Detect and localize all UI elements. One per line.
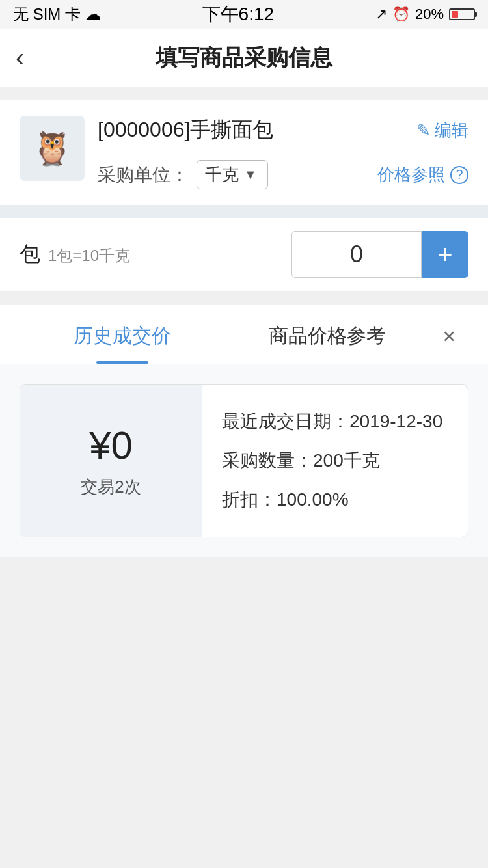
page-title: 填写商品采购信息 <box>156 43 332 73</box>
nav-bar: ‹ 填写商品采购信息 <box>0 29 488 87</box>
section-divider <box>0 205 488 218</box>
tab-history-price[interactable]: 历史成交价 <box>20 305 224 364</box>
edit-icon: ✎ <box>416 120 431 141</box>
quantity-conversion-text: 1包=10千克 <box>48 245 130 266</box>
recent-date-value: 2019-12-30 <box>349 411 442 431</box>
history-price-content: ¥0 交易2次 最近成交日期：2019-12-30 采购数量：200千克 折扣：… <box>0 364 488 557</box>
price-transactions: 交易2次 <box>81 476 141 498</box>
tab-close-button[interactable]: × <box>429 305 468 363</box>
unit-label-text: 采购单位： <box>98 163 189 187</box>
quantity-input[interactable]: 0 <box>291 231 422 278</box>
product-top-row: [0000006]手撕面包 ✎ 编辑 <box>98 116 468 144</box>
product-section: 🦉 [0000006]手撕面包 ✎ 编辑 采购单位： 千克 ▼ <box>0 100 488 205</box>
purchase-quantity-value: 200千克 <box>313 450 380 470</box>
quantity-plus-button[interactable]: + <box>422 231 468 278</box>
edit-label: 编辑 <box>435 119 468 142</box>
quantity-label: 包 1包=10千克 <box>20 240 130 269</box>
tabs-header: 历史成交价 商品价格参考 × <box>0 305 488 364</box>
discount-value: 100.00% <box>277 489 349 509</box>
product-header: 🦉 [0000006]手撕面包 ✎ 编辑 采购单位： 千克 ▼ <box>20 116 468 189</box>
recent-date-label: 最近成交日期： <box>222 411 349 431</box>
price-ref-button[interactable]: 价格参照 ? <box>377 163 468 186</box>
back-button[interactable]: ‹ <box>16 43 24 72</box>
quantity-unit-text: 包 <box>20 240 40 269</box>
discount-label: 折扣： <box>222 489 277 509</box>
alarm-icon: ⏰ <box>392 6 410 23</box>
quantity-input-block: 0 + <box>291 231 468 278</box>
location-icon: ↗ <box>375 6 387 23</box>
price-ref-label: 价格参照 <box>377 163 445 186</box>
edit-button[interactable]: ✎ 编辑 <box>416 119 468 142</box>
price-card-right: 最近成交日期：2019-12-30 采购数量：200千克 折扣：100.00% <box>202 385 468 537</box>
battery-icon <box>449 8 475 20</box>
product-logo-icon: 🦉 <box>32 129 72 167</box>
sim-status: 无 SIM 卡 ☁ <box>13 4 101 25</box>
recent-date-row: 最近成交日期：2019-12-30 <box>222 408 448 435</box>
product-name: [0000006]手撕面包 <box>98 116 273 144</box>
chevron-down-icon: ▼ <box>244 167 257 182</box>
product-unit-row: 采购单位： 千克 ▼ 价格参照 ? <box>98 160 468 189</box>
price-card-left: ¥0 交易2次 <box>20 385 202 537</box>
tabs-section: 历史成交价 商品价格参考 × ¥0 交易2次 最近成交日期：2019-12-30… <box>0 305 488 557</box>
price-value: ¥0 <box>89 423 133 468</box>
battery-percent: 20% <box>415 6 444 23</box>
purchase-quantity-row: 采购数量：200千克 <box>222 447 448 474</box>
status-left: 无 SIM 卡 ☁ <box>13 4 101 25</box>
price-card: ¥0 交易2次 最近成交日期：2019-12-30 采购数量：200千克 折扣：… <box>20 384 468 537</box>
unit-value: 千克 <box>205 163 239 186</box>
product-info: [0000006]手撕面包 ✎ 编辑 采购单位： 千克 ▼ 价格参照 ? <box>98 116 468 189</box>
status-right: ↗ ⏰ 20% <box>375 6 475 23</box>
status-bar: 无 SIM 卡 ☁ 下午6:12 ↗ ⏰ 20% <box>0 0 488 29</box>
purchase-quantity-label: 采购数量： <box>222 450 313 470</box>
product-thumbnail: 🦉 <box>20 116 85 181</box>
main-content <box>0 557 488 868</box>
unit-label: 采购单位： 千克 ▼ <box>98 160 268 189</box>
status-time: 下午6:12 <box>202 2 275 27</box>
quantity-section: 包 1包=10千克 0 + <box>0 218 488 292</box>
help-icon: ? <box>450 166 468 184</box>
tab-product-price-ref[interactable]: 商品价格参考 <box>224 305 429 364</box>
unit-select-button[interactable]: 千克 ▼ <box>197 160 268 189</box>
discount-row: 折扣：100.00% <box>222 486 448 513</box>
